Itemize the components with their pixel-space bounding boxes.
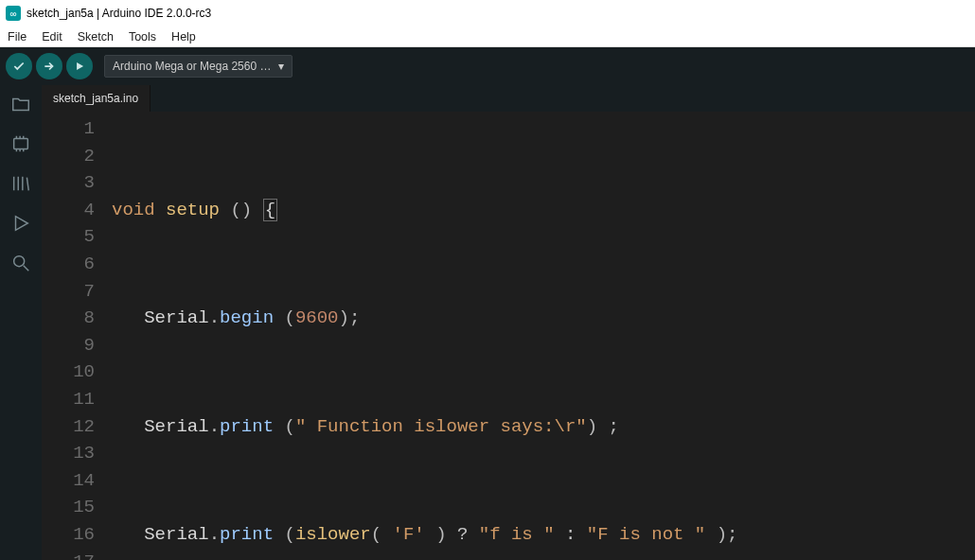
sidebar-search-button[interactable] [9, 252, 32, 274]
menu-sketch[interactable]: Sketch [78, 30, 114, 44]
editor-area: sketch_jan5a.ino 1 2 3 4 5 6 7 8 9 10 11… [42, 85, 975, 560]
code-editor[interactable]: 1 2 3 4 5 6 7 8 9 10 11 12 13 14 15 16 1… [42, 112, 975, 560]
search-icon [10, 253, 31, 273]
upload-button[interactable] [36, 53, 62, 79]
menu-file[interactable]: File [8, 30, 27, 44]
toolbar: Arduino Mega or Mega 2560 … ▾ [0, 47, 975, 85]
activity-bar [0, 85, 42, 560]
code-lines[interactable]: void setup () { Serial.begin (9600); Ser… [112, 115, 975, 560]
editor-tabbar: sketch_jan5a.ino [42, 85, 975, 112]
board-selector-label: Arduino Mega or Mega 2560 … [113, 60, 271, 73]
menubar: File Edit Sketch Tools Help [0, 26, 975, 47]
menu-tools[interactable]: Tools [129, 30, 156, 44]
play-bug-icon [73, 60, 86, 73]
window-title: sketch_jan5a | Arduino IDE 2.0.0-rc3 [27, 7, 211, 20]
arduino-app-icon: ∞ [6, 6, 21, 21]
editor-tab[interactable]: sketch_jan5a.ino [42, 85, 151, 112]
debug-button[interactable] [66, 53, 93, 79]
main-area: sketch_jan5a.ino 1 2 3 4 5 6 7 8 9 10 11… [0, 85, 975, 560]
board-icon [10, 133, 31, 154]
sidebar-debug-button[interactable] [9, 212, 32, 235]
sidebar-library-button[interactable] [9, 172, 32, 195]
sidebar-boards-button[interactable] [9, 132, 32, 155]
svg-point-1 [14, 256, 25, 267]
svg-rect-0 [14, 139, 28, 149]
check-icon [12, 60, 26, 73]
board-selector[interactable]: Arduino Mega or Mega 2560 … ▾ [104, 55, 292, 78]
window-titlebar: ∞ sketch_jan5a | Arduino IDE 2.0.0-rc3 [0, 0, 975, 26]
folder-icon [10, 94, 31, 114]
sidebar-sketchbook-button[interactable] [9, 93, 32, 115]
arrow-right-icon [43, 60, 56, 73]
chevron-down-icon: ▾ [278, 60, 284, 73]
menu-edit[interactable]: Edit [42, 30, 62, 44]
editor-tab-label: sketch_jan5a.ino [53, 92, 138, 105]
debug-icon [10, 213, 31, 234]
line-number-gutter: 1 2 3 4 5 6 7 8 9 10 11 12 13 14 15 16 1… [42, 115, 112, 560]
menu-help[interactable]: Help [171, 30, 196, 44]
books-icon [10, 173, 31, 194]
verify-button[interactable] [6, 53, 32, 79]
